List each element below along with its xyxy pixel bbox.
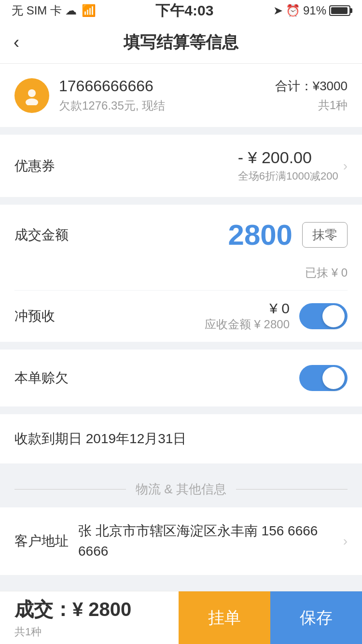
location-icon: ➤ [273,4,283,17]
alarm-icon: ⏰ [286,4,300,17]
bottom-summary: 成交：¥ 2800 共1种 [0,596,179,639]
coupon-chevron-icon: › [343,158,348,174]
customer-card: 17666666666 欠款1276.35元, 现结 合计：¥3000 共1种 [0,64,362,127]
credit-toggle-knob [322,367,345,389]
deal-section: 成交金额 2800 抹零 已抹 ¥ 0 冲预收 ¥ 0 应收金额 ¥ 2800 [0,205,362,342]
coupon-amount: - ¥ 200.00 [238,148,338,167]
customer-right: 合计：¥3000 共1种 [275,78,348,113]
address-label: 客户地址 [14,532,69,550]
sep-line-left [14,489,126,490]
bottom-deal-amount: ¥ 2800 [72,599,131,620]
svg-point-1 [26,98,38,105]
coupon-label: 优惠券 [14,157,55,175]
prepay-row: 冲预收 ¥ 0 应收金额 ¥ 2800 [0,291,362,342]
customer-phone: 17666666666 [59,77,165,95]
status-time: 下午4:03 [155,1,213,21]
deal-amount: 2800 [228,218,292,252]
prepay-toggle[interactable] [299,303,348,329]
coupon-row[interactable]: 优惠券 - ¥ 200.00 全场6折满1000减200 › [0,135,362,197]
save-button[interactable]: 保存 [270,591,362,644]
bottom-deal-label: 成交：¥ 2800 [14,596,164,623]
status-bar: 无 SIM 卡 ☁ 📶 下午4:03 ➤ ⏰ 91% [0,0,362,21]
svg-point-0 [28,89,36,97]
content: 17666666666 欠款1276.35元, 现结 合计：¥3000 共1种 … [0,64,362,633]
sep-line-right [236,489,348,490]
wifi-icon: 📶 [82,4,96,17]
customer-debt: 欠款1276.35元, 现结 [59,98,165,113]
sim-label: 无 SIM 卡 ☁ [12,3,77,18]
prepay-sub: 应收金额 ¥ 2800 [205,317,290,332]
address-chevron-icon: › [343,533,348,549]
hold-button[interactable]: 挂单 [179,591,270,644]
customer-info: 17666666666 欠款1276.35元, 现结 [59,77,165,113]
bottom-count: 共1种 [14,625,164,639]
deal-right: 2800 抹零 [228,218,348,252]
status-left: 无 SIM 卡 ☁ 📶 [12,3,96,18]
deal-sub: 已抹 ¥ 0 [0,265,362,290]
credit-label: 本单赊欠 [14,369,69,387]
logistics-separator: 物流 & 其他信息 [0,471,362,507]
credit-row: 本单赊欠 [0,350,362,406]
battery-icon [329,5,350,16]
prepay-right: ¥ 0 应收金额 ¥ 2800 [205,300,348,332]
deal-row: 成交金额 2800 抹零 [0,205,362,265]
address-value: 张 北京市市辖区海淀区永丰南 156 6666 6666 [78,521,334,561]
total-label: 合计：¥3000 [275,78,348,95]
toggle-knob [322,305,345,327]
nav-bar: ‹ 填写结算等信息 [0,21,362,64]
address-row[interactable]: 客户地址 张 北京市市辖区海淀区永丰南 156 6666 6666 › [0,507,362,575]
bottom-deal-text: 成交： [14,599,72,620]
status-right: ➤ ⏰ 91% [273,4,350,17]
round-button[interactable]: 抹零 [302,222,348,248]
logistics-label: 物流 & 其他信息 [136,481,226,498]
back-button[interactable]: ‹ [14,32,19,53]
prepay-label: 冲预收 [14,307,55,325]
avatar [14,78,49,113]
page-title: 填写结算等信息 [124,31,238,54]
battery-percent: 91% [303,4,326,17]
due-date-label: 收款到期日 2019年12月31日 [14,431,186,446]
prepay-amount: ¥ 0 [205,300,290,317]
coupon-desc: 全场6折满1000减200 [238,169,338,183]
due-date-row: 收款到期日 2019年12月31日 [0,414,362,463]
credit-toggle[interactable] [299,365,348,391]
deal-label: 成交金额 [14,226,69,244]
total-count: 共1种 [275,98,348,113]
customer-left: 17666666666 欠款1276.35元, 现结 [14,77,165,113]
bottom-bar: 成交：¥ 2800 共1种 挂单 保存 [0,591,362,644]
